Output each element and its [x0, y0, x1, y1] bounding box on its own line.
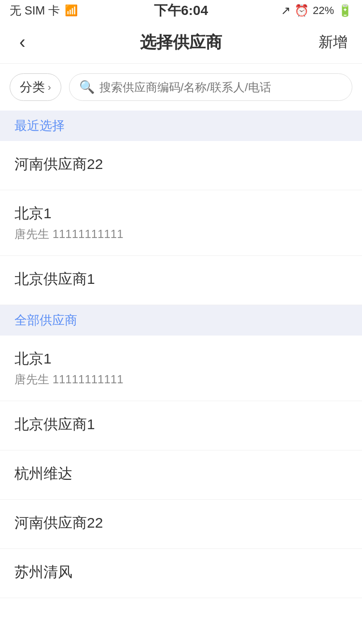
filter-bar: 分类 › 🔍: [0, 64, 362, 111]
status-time: 下午6:04: [154, 1, 208, 20]
list-item[interactable]: 北京1唐先生 11111111111: [0, 190, 362, 256]
no-sim-label: 无 SIM 卡: [10, 3, 60, 18]
recent-list: 河南供应商22北京1唐先生 11111111111北京供应商1: [0, 141, 362, 305]
list-item-name: 苏州清风: [14, 562, 348, 582]
battery-indicator: 22%: [313, 4, 334, 17]
list-item-name: 北京供应商1: [14, 415, 348, 434]
list-item-sub: 唐先生 11111111111: [14, 226, 348, 242]
recent-section-title: 最近选择: [14, 118, 65, 133]
nav-bar: ‹ 选择供应商 新增: [0, 21, 362, 64]
list-item[interactable]: 杭州维达: [0, 450, 362, 500]
list-item[interactable]: 河南供应商22: [0, 500, 362, 549]
list-item-name: 北京1: [14, 349, 348, 369]
page-title: 选择供应商: [140, 31, 222, 54]
category-label: 分类: [20, 79, 45, 96]
list-item-name: 北京供应商1: [14, 269, 348, 289]
search-icon: 🔍: [79, 80, 95, 95]
location-icon: ↗: [281, 4, 291, 17]
list-item-sub: 唐先生 11111111111: [14, 372, 348, 387]
list-item[interactable]: 北京1唐先生 11111111111: [0, 336, 362, 401]
status-bar: 无 SIM 卡 📶 下午6:04 ↗ ⏰ 22% 🔋: [0, 0, 362, 21]
list-item-name: 河南供应商22: [14, 513, 348, 533]
wifi-icon: 📶: [65, 4, 78, 17]
search-input[interactable]: [99, 81, 342, 94]
list-item-name: 北京1: [14, 204, 348, 224]
search-box: 🔍: [69, 73, 352, 101]
all-section-header: 全部供应商: [0, 305, 362, 336]
chevron-right-icon: ›: [48, 82, 51, 93]
category-button[interactable]: 分类 ›: [10, 73, 61, 101]
all-section-title: 全部供应商: [14, 313, 77, 327]
list-item[interactable]: 苏州清风: [0, 549, 362, 598]
list-item[interactable]: 北京供应商1: [0, 256, 362, 305]
all-list: 北京1唐先生 11111111111北京供应商1杭州维达河南供应商22苏州清风: [0, 336, 362, 598]
list-item[interactable]: 河南供应商22: [0, 141, 362, 190]
list-item-name: 杭州维达: [14, 464, 348, 484]
list-item[interactable]: 北京供应商1: [0, 401, 362, 450]
back-button[interactable]: ‹: [14, 27, 30, 57]
add-button[interactable]: 新增: [319, 32, 348, 52]
battery-icon: 🔋: [338, 4, 352, 17]
recent-section-header: 最近选择: [0, 111, 362, 141]
list-item-name: 河南供应商22: [14, 154, 348, 174]
status-right: ↗ ⏰ 22% 🔋: [281, 4, 352, 17]
alarm-icon: ⏰: [294, 4, 309, 17]
status-left: 无 SIM 卡 📶: [10, 3, 78, 18]
